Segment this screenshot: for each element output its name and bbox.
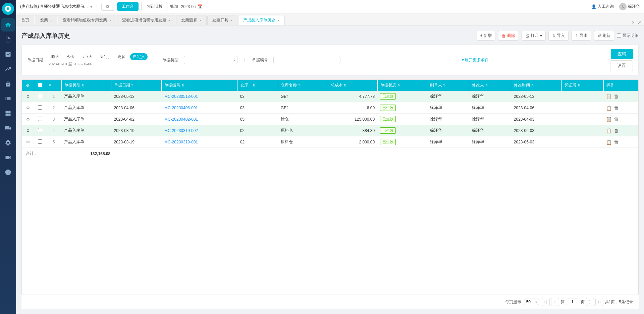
row-check[interactable] [34,102,46,114]
per-page-select[interactable]: 20 50 100 [524,299,539,305]
user-avatar[interactable]: 人 徐泽华 [619,3,640,10]
row-check[interactable] [34,114,46,125]
row-code[interactable]: MC-20230513-001 [162,91,237,102]
row-settings[interactable]: ⚙ [22,102,34,114]
row-code-link[interactable]: MC-20230513-001 [164,94,198,99]
import-button[interactable]: ⇩ 导入 [548,31,569,41]
calendar-icon[interactable]: 📅 [197,4,202,9]
edit-icon[interactable]: 📋 [606,128,612,133]
tab-close-check-input[interactable]: × [168,18,170,22]
tab-close-invoice[interactable]: × [50,18,52,22]
sidebar-item-chart[interactable] [1,48,15,61]
tab-check-output[interactable]: 查看销项增值税专用发票 × [58,15,116,25]
th-modify-time[interactable]: 修改时间 ⇅ [511,80,561,91]
delete-row-icon[interactable]: 🗑 [614,139,619,145]
row-check[interactable] [34,136,46,148]
row-code[interactable]: MC-20230319-001 [162,136,237,148]
th-voucher[interactable]: 凭证号 ⇅ [561,80,603,91]
th-status[interactable]: 单据状态 ⇅ [377,80,427,91]
shortcut-custom[interactable]: 自定义 [130,53,148,60]
export-button[interactable]: ⇧ 导出 [571,31,591,41]
sidebar-item-home[interactable] [1,18,15,32]
row-settings[interactable]: ⚙ [22,125,34,136]
switch-version-button[interactable]: 切到旧版 [141,2,167,11]
th-type[interactable]: 单据类型 ⇅ [61,80,111,91]
type-select[interactable] [184,56,237,64]
delete-button[interactable]: 🗑 删除 [498,31,519,41]
row-checkbox[interactable] [38,128,42,132]
row-code-link[interactable]: MC-20230319-002 [164,128,198,133]
tab-product-in[interactable]: 产成品入库单历史 × [238,15,284,25]
sidebar-item-video[interactable] [1,151,15,164]
tab-calc[interactable]: 发票测算 × [176,15,206,25]
edit-icon[interactable]: 📋 [606,94,612,99]
th-settings[interactable]: ⚙ [22,80,34,91]
row-checkbox[interactable] [38,117,42,121]
th-warehouse-code[interactable]: 仓库... ⇅ [237,80,278,91]
row-code-link[interactable]: MC-20230406-001 [164,106,198,110]
row-checkbox[interactable] [38,94,42,98]
sidebar-item-lock[interactable] [1,77,15,90]
sidebar-item-grid[interactable] [1,107,15,120]
th-code[interactable]: 单据编号 ⇅ [162,80,237,91]
workbench-button[interactable]: 工作台 [117,2,139,11]
prev-page-button[interactable]: ⟨ [551,298,559,306]
company-dropdown-icon[interactable]: ▾ [90,4,92,9]
tab-close-open[interactable]: × [230,18,232,22]
shortcut-today[interactable]: 今天 [64,53,77,60]
print-dropdown-icon[interactable]: ▾ [540,34,542,38]
query-button[interactable]: 查询 [611,49,633,59]
show-detail-checkbox[interactable] [617,34,621,38]
row-code-link[interactable]: MC-20230319-001 [164,140,198,144]
print-button[interactable]: 🖨 打印 ▾ [522,31,546,41]
row-settings[interactable]: ⚙ [22,114,34,125]
row-settings[interactable]: ⚙ [22,91,34,102]
delete-row-icon[interactable]: 🗑 [614,94,619,99]
delete-row-icon[interactable]: 🗑 [614,105,619,111]
tab-open[interactable]: 发票开具 × [207,15,237,25]
row-code[interactable]: MC-20230402-001 [162,114,237,125]
shortcut-1month[interactable]: 近1月 [97,53,113,60]
tab-close-check-output[interactable]: × [109,18,111,22]
page-number-input[interactable] [566,299,579,305]
edit-icon[interactable]: 📋 [606,139,612,145]
select-all-checkbox[interactable] [38,83,42,87]
sidebar-item-analytics[interactable] [1,62,15,76]
user-service[interactable]: 👤 人工咨询 [591,4,614,9]
tab-close-all[interactable]: × [632,20,635,25]
tab-close-calc[interactable]: × [199,18,201,22]
tab-home[interactable]: 首页 [16,15,34,25]
delete-row-icon[interactable]: 🗑 [614,128,619,133]
shortcut-more[interactable]: 更多 [115,53,128,60]
shortcut-yesterday[interactable]: 昨天 [49,53,62,60]
row-checkbox[interactable] [38,105,42,110]
th-creator[interactable]: 制单人 ⇅ [427,80,469,91]
refresh-button[interactable]: ↺ 刷新 [594,31,614,41]
code-input[interactable] [273,56,340,64]
edit-icon[interactable]: 📋 [606,117,612,122]
first-page-button[interactable]: ⟨⟨ [542,298,550,306]
delete-row-icon[interactable]: 🗑 [614,117,619,122]
row-check[interactable] [34,91,46,102]
tab-invoice[interactable]: 发票 × [35,15,57,25]
sidebar-item-version[interactable] [1,166,15,179]
tab-close-product-in[interactable]: × [277,18,279,22]
tab-expand[interactable]: ⤢ [637,20,641,25]
reset-button[interactable]: 设置 [610,60,633,71]
row-check[interactable] [34,125,46,136]
sidebar-item-docs[interactable] [1,33,15,46]
row-code-link[interactable]: MC-20230402-001 [164,117,198,122]
th-check[interactable] [34,80,46,91]
th-date[interactable]: 单据日期 ⇅ [111,80,161,91]
tab-check-input[interactable]: 查看进项增值税专用发票 × [117,15,175,25]
row-settings[interactable]: ⚙ [22,136,34,148]
new-button[interactable]: + 新增 [477,31,495,41]
th-warehouse-name[interactable]: 仓库名称 ⇅ [278,80,328,91]
row-code[interactable]: MC-20230319-002 [162,125,237,136]
edit-icon[interactable]: 📋 [606,105,612,111]
th-total-cost[interactable]: 总成本 ⇅ [328,80,377,91]
expand-btn[interactable]: ▾ 展开更多条件 [462,57,489,63]
sidebar-item-settings[interactable] [1,136,15,149]
show-detail-toggle[interactable]: 显示明细 [617,33,639,39]
sidebar-item-warehouse[interactable] [1,121,15,135]
